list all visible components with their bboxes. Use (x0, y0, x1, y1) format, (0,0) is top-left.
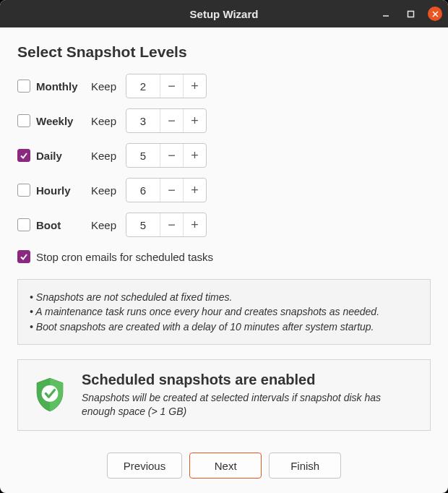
info-line: • Snapshots are not scheduled at fixed t… (30, 290, 418, 304)
level-checkbox-boot[interactable] (17, 218, 30, 231)
cron-checkbox[interactable] (17, 250, 30, 263)
decrement-button[interactable]: − (160, 109, 183, 132)
keep-value[interactable]: 6 (126, 184, 160, 197)
level-checkbox-hourly[interactable] (17, 184, 30, 197)
keep-label: Keep (91, 150, 126, 162)
level-label: Daily (36, 150, 91, 162)
level-checkbox-weekly[interactable] (17, 114, 30, 127)
keep-value[interactable]: 2 (126, 80, 160, 93)
status-desc: Snapshots will be created at selected in… (82, 391, 417, 419)
increment-button[interactable]: + (183, 74, 206, 98)
level-row-daily: DailyKeep5−+ (17, 143, 431, 168)
minimize-button[interactable] (379, 7, 393, 21)
level-checkbox-monthly[interactable] (17, 80, 30, 93)
decrement-button[interactable]: − (160, 213, 183, 236)
keep-spinner-hourly: 6−+ (126, 178, 207, 202)
level-row-weekly: WeeklyKeep3−+ (17, 108, 431, 133)
page-heading: Select Snapshot Levels (17, 43, 431, 61)
minimize-icon (382, 9, 390, 18)
window-controls (379, 7, 442, 21)
shield-check-icon (31, 376, 69, 413)
keep-label: Keep (91, 184, 126, 197)
level-label: Hourly (36, 184, 91, 197)
maximize-icon (407, 10, 415, 18)
titlebar: Setup Wizard (0, 0, 448, 27)
next-button[interactable]: Next (189, 453, 262, 479)
keep-spinner-boot: 5−+ (126, 213, 207, 237)
keep-value[interactable]: 5 (126, 150, 160, 162)
level-row-hourly: HourlyKeep6−+ (17, 178, 431, 202)
svg-point-4 (42, 385, 59, 402)
cron-label: Stop cron emails for scheduled tasks (36, 251, 213, 263)
level-checkbox-daily[interactable] (17, 149, 30, 162)
level-label: Boot (36, 219, 91, 231)
info-box: • Snapshots are not scheduled at fixed t… (17, 279, 431, 345)
check-icon (20, 151, 28, 160)
keep-value[interactable]: 5 (126, 219, 160, 231)
decrement-button[interactable]: − (160, 179, 183, 202)
keep-label: Keep (91, 80, 126, 93)
status-title: Scheduled snapshots are enabled (82, 372, 417, 388)
keep-label: Keep (91, 115, 126, 127)
decrement-button[interactable]: − (160, 74, 183, 98)
previous-button[interactable]: Previous (107, 453, 182, 479)
info-line: • A maintenance task runs once every hou… (30, 304, 418, 319)
increment-button[interactable]: + (183, 213, 206, 236)
maximize-button[interactable] (403, 7, 418, 21)
level-label: Monthly (36, 80, 91, 93)
window: Setup Wizard Select Snapshot Levels Mont… (0, 0, 448, 493)
check-icon (20, 252, 28, 261)
level-row-monthly: MonthlyKeep2−+ (17, 74, 431, 98)
cron-row: Stop cron emails for scheduled tasks (17, 250, 431, 263)
level-label: Weekly (36, 115, 91, 127)
svg-rect-1 (408, 11, 413, 17)
keep-spinner-weekly: 3−+ (126, 108, 207, 133)
keep-spinner-daily: 5−+ (126, 143, 207, 168)
info-line: • Boot snapshots are created with a dela… (30, 320, 418, 334)
keep-spinner-monthly: 2−+ (126, 74, 207, 98)
increment-button[interactable]: + (183, 109, 206, 132)
status-box: Scheduled snapshots are enabled Snapshot… (17, 359, 431, 431)
finish-button[interactable]: Finish (269, 453, 341, 479)
close-icon (431, 10, 439, 18)
increment-button[interactable]: + (183, 144, 206, 167)
status-text: Scheduled snapshots are enabled Snapshot… (82, 372, 417, 419)
keep-label: Keep (91, 219, 126, 231)
snapshot-levels-list: MonthlyKeep2−+WeeklyKeep3−+DailyKeep5−+H… (17, 74, 431, 237)
increment-button[interactable]: + (183, 179, 206, 202)
close-button[interactable] (428, 7, 442, 21)
window-title: Setup Wizard (190, 8, 259, 20)
content: Select Snapshot Levels MonthlyKeep2−+Wee… (0, 27, 448, 441)
footer: Previous Next Finish (0, 441, 448, 493)
level-row-boot: BootKeep5−+ (17, 213, 431, 237)
decrement-button[interactable]: − (160, 144, 183, 167)
keep-value[interactable]: 3 (126, 115, 160, 127)
